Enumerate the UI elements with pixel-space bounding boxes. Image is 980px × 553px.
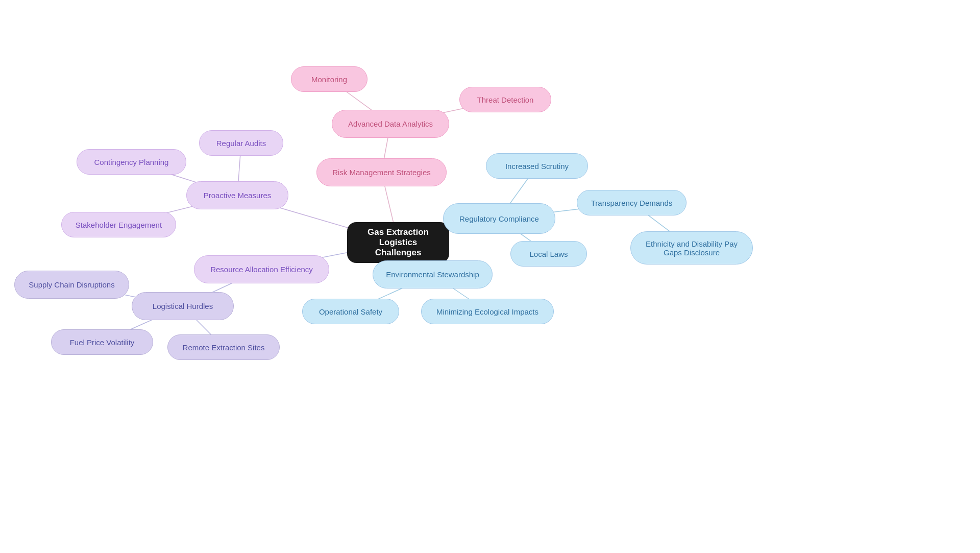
increased-scrutiny-node[interactable]: Increased Scrutiny [486,153,588,179]
stakeholder-engagement-node[interactable]: Stakeholder Engagement [61,212,176,237]
environmental-stewardship-node[interactable]: Environmental Stewardship [373,260,493,288]
remote-extraction-node[interactable]: Remote Extraction Sites [167,334,280,360]
local-laws-node[interactable]: Local Laws [510,241,587,267]
center-node[interactable]: Gas Extraction Logistics Challenges [347,222,449,263]
transparency-demands-node[interactable]: Transparency Demands [577,190,687,215]
ethnicity-disability-node[interactable]: Ethnicity and Disability Pay Gaps Disclo… [630,231,753,265]
monitoring-node[interactable]: Monitoring [291,66,368,92]
operational-safety-node[interactable]: Operational Safety [302,299,399,324]
proactive-measures-node[interactable]: Proactive Measures [186,181,288,209]
supply-chain-node[interactable]: Supply Chain Disruptions [14,271,129,299]
risk-management-node[interactable]: Risk Management Strategies [316,158,447,186]
regular-audits-node[interactable]: Regular Audits [199,130,283,156]
center-label: Gas Extraction Logistics Challenges [357,227,439,258]
logistical-hurdles-node[interactable]: Logistical Hurdles [132,292,234,320]
advanced-data-analytics-node[interactable]: Advanced Data Analytics [332,110,449,138]
threat-detection-node[interactable]: Threat Detection [459,87,551,112]
fuel-price-node[interactable]: Fuel Price Volatility [51,329,153,355]
resource-allocation-node[interactable]: Resource Allocation Efficiency [194,255,329,283]
regulatory-compliance-node[interactable]: Regulatory Compliance [443,203,555,234]
minimizing-ecological-node[interactable]: Minimizing Ecological Impacts [421,299,554,324]
contingency-planning-node[interactable]: Contingency Planning [77,149,186,175]
